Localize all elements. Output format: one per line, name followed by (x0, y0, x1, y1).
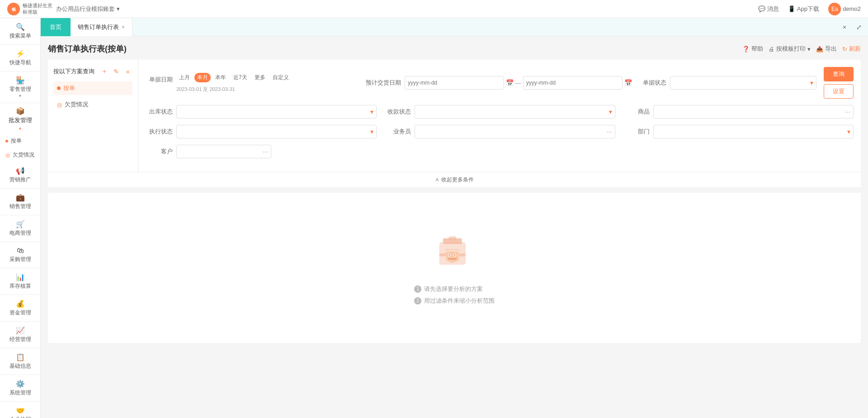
salesperson-ellipsis-icon[interactable]: ··· (604, 128, 615, 135)
scheme-dot-icon (57, 86, 61, 90)
sidebar-item-basic[interactable]: 📋 基础信息 (0, 348, 40, 375)
sidebar-sub-item-press[interactable]: 按单 (0, 134, 40, 148)
exec-status-select[interactable]: ▾ (176, 125, 377, 138)
filter-panel: 按以下方案查询 ＋ ✎ « 按单 ◎ (48, 60, 861, 187)
settings-button[interactable]: 设置 (824, 84, 854, 99)
sidebar-item-system[interactable]: ⚙️ 系统管理 (0, 375, 40, 402)
sidebar-item-sales[interactable]: 💼 销售管理 (0, 189, 40, 215)
query-button[interactable]: 查询 (824, 67, 854, 81)
svg-rect-15 (459, 253, 466, 256)
svg-rect-4 (449, 237, 457, 240)
query-buttons: 查询 设置 (824, 67, 854, 99)
receive-status-arrow-icon: ▾ (606, 108, 615, 115)
customer-input[interactable] (177, 148, 260, 155)
salesperson-input[interactable] (415, 128, 604, 135)
help-button[interactable]: ❓ 帮助 (742, 45, 763, 53)
sidebar-item-search[interactable]: 🔍 搜索菜单 (0, 18, 40, 45)
collapse-label: 收起更多条件 (441, 176, 474, 183)
receive-status-label: 收款状态 (384, 108, 411, 116)
salesperson-select[interactable]: ··· (415, 125, 615, 138)
breadcrumb-arrow-icon: ▾ (117, 5, 120, 12)
out-status-label: 出库状态 (146, 108, 173, 116)
message-button[interactable]: 💬 消息 (758, 5, 779, 13)
breadcrumb[interactable]: 办公用品行业模拟账套 ▾ (56, 5, 120, 13)
goods-ellipsis-icon[interactable]: ··· (842, 108, 853, 115)
sidebar-item-marketing[interactable]: 📢 营销推广 (0, 162, 40, 189)
tab-close-icon[interactable]: × (122, 24, 125, 30)
department-input[interactable] (654, 128, 844, 135)
receive-status-input[interactable] (415, 109, 606, 115)
date-label: 单据日期 (146, 73, 173, 84)
date-tab-thismonth[interactable]: 本月 (194, 73, 211, 82)
sidebar-item-finance[interactable]: 💰 资金管理 (0, 295, 40, 322)
export-icon: 📤 (816, 46, 823, 52)
download-icon: 📱 (788, 5, 795, 12)
delivery-start-input[interactable] (405, 76, 504, 90)
scheme-item-shortage[interactable]: ◎ 欠货情况 (53, 98, 132, 111)
sidebar-item-nav[interactable]: ⚡ 快捷导航 (0, 45, 40, 71)
sidebar-sub-item-shortage[interactable]: ◎ 欠货情况 (0, 148, 40, 162)
customer-select[interactable]: ··· (176, 145, 271, 158)
add-scheme-button[interactable]: ＋ (100, 67, 109, 76)
window-close-button[interactable]: × (839, 22, 850, 33)
sidebar-item-retail[interactable]: 🏪 零售管理 ▾ (0, 71, 40, 103)
top-header: 畅 畅捷通好生意 标准版 办公用品行业模拟账套 ▾ 💬 消息 📱 App下载 E… (0, 0, 868, 18)
department-select[interactable]: ▾ (653, 125, 854, 138)
filter-field-customer: 客户 ··· (146, 145, 271, 158)
collapse-bar[interactable]: ∧ 收起更多条件 (48, 172, 861, 187)
filter-field-exec-status: 执行状态 ▾ (146, 125, 377, 138)
user-profile[interactable]: Ea demo2 (828, 3, 861, 15)
filter-left-panel: 按以下方案查询 ＋ ✎ « 按单 ◎ (48, 60, 138, 172)
out-status-arrow-icon: ▾ (368, 108, 376, 115)
filter-field-single-status: 单据状态 ▾ (639, 76, 816, 90)
customer-ellipsis-icon[interactable]: ··· (260, 148, 271, 155)
message-icon: 💬 (758, 5, 765, 12)
sub-dot-icon (5, 140, 8, 142)
export-button[interactable]: 📤 导出 (816, 45, 837, 53)
page-title-bar: 销售订单执行表(按单) ❓ 帮助 🖨 按模板打印 ▾ 📤 导出 (48, 43, 861, 54)
sidebar-item-collab[interactable]: 🤝 企业协同 (0, 402, 40, 418)
out-status-input[interactable] (177, 109, 368, 115)
delivery-label: 预计交货日期 (366, 79, 401, 87)
tab-sales-order[interactable]: 销售订单执行表 × (71, 18, 132, 36)
delivery-end-calendar-icon[interactable]: 📅 (624, 79, 632, 86)
sidebar-item-ecommerce[interactable]: 🛒 电商管理 (0, 215, 40, 242)
receive-status-select[interactable]: ▾ (415, 105, 615, 119)
refresh-button[interactable]: ↻ 刷新 (842, 45, 861, 53)
window-maximize-button[interactable]: ⤢ (854, 22, 864, 33)
empty-state: 1 请先选择要分析的方案 2 用过滤条件来缩小分析范围 (48, 193, 861, 343)
filter-left-icons: ＋ ✎ « (100, 67, 132, 76)
single-status-label: 单据状态 (639, 79, 666, 87)
delivery-end-input[interactable] (523, 76, 623, 90)
exec-status-input[interactable] (177, 128, 368, 135)
date-tab-custom[interactable]: 自定义 (270, 73, 292, 82)
date-tab-lastmonth[interactable]: 上月 (176, 73, 193, 82)
goods-select[interactable]: ··· (653, 105, 854, 119)
scheme-item-press[interactable]: 按单 (53, 81, 132, 95)
goods-input[interactable] (654, 109, 843, 115)
sidebar-item-wholesale[interactable]: 📦 批发管理 ▴ (0, 103, 40, 134)
edit-scheme-button[interactable]: ✎ (112, 67, 121, 76)
sidebar-item-inventory[interactable]: 📊 库存核算 (0, 268, 40, 295)
collapse-scheme-button[interactable]: « (123, 67, 132, 76)
header-right: 💬 消息 📱 App下载 Ea demo2 (758, 3, 861, 15)
date-tab-7days[interactable]: 近7天 (231, 73, 250, 82)
page-actions: ❓ 帮助 🖨 按模板打印 ▾ 📤 导出 ↻ 刷新 (742, 45, 861, 53)
date-tab-more[interactable]: 更多 (252, 73, 268, 82)
empty-state-icon (432, 229, 477, 274)
department-arrow-icon: ▾ (844, 128, 853, 135)
sidebar-item-purchase[interactable]: 🛍 采购管理 (0, 242, 40, 268)
delivery-start-calendar-icon[interactable]: 📅 (506, 79, 514, 86)
empty-tip-2: 2 用过滤条件来缩小分析范围 (414, 295, 495, 307)
out-status-select[interactable]: ▾ (176, 105, 377, 119)
sidebar-item-operations[interactable]: 📈 经营管理 (0, 322, 40, 348)
date-tab-thisyear[interactable]: 本年 (212, 73, 229, 82)
tab-home[interactable]: 首页 (41, 18, 71, 36)
single-status-input[interactable] (670, 80, 807, 86)
date-range-text: 2023-03-01 至 2023-03-31 (176, 86, 359, 93)
app-download-button[interactable]: 📱 App下载 (788, 5, 819, 13)
filter-main: 按以下方案查询 ＋ ✎ « 按单 ◎ (48, 60, 861, 172)
tab-bar: 首页 销售订单执行表 × × ⤢ (41, 18, 868, 36)
single-status-select[interactable]: ▾ (670, 76, 816, 90)
print-button[interactable]: 🖨 按模板打印 ▾ (769, 45, 811, 53)
